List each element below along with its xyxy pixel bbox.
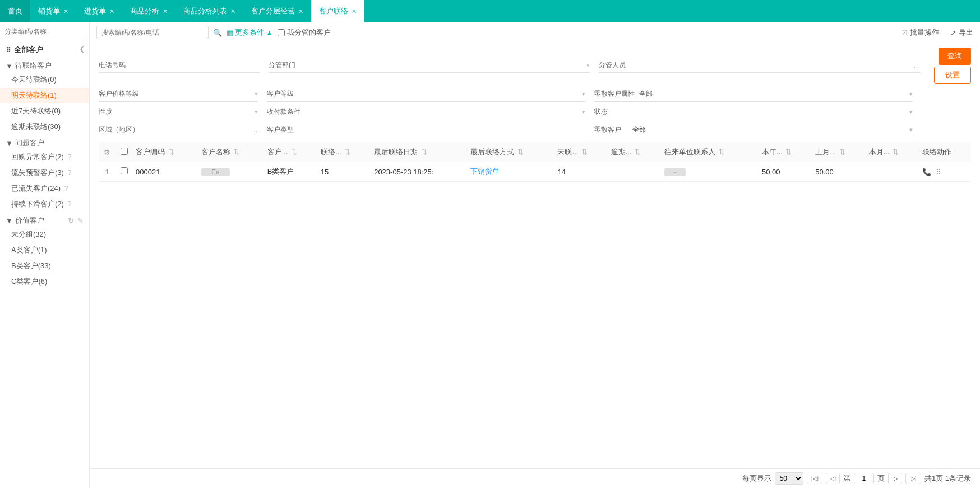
my-customers-check[interactable] (278, 29, 285, 36)
more-options-icon[interactable]: … (913, 61, 921, 70)
col-contacts-person: 往来单位联系人 ⇅ (661, 142, 759, 162)
sort-icon[interactable]: ⇅ (635, 148, 641, 156)
sidebar-item-declining[interactable]: 持续下滑客户(2) ? (0, 196, 89, 212)
settings-button[interactable]: 设置 (934, 67, 971, 84)
col-name: 客户名称 ⇅ (198, 142, 264, 162)
search-button[interactable]: 🔍 (213, 29, 222, 37)
grid-action-icon[interactable]: ⠿ (936, 168, 941, 176)
sidebar-group-pending[interactable]: ▼ 待联络客户 (0, 57, 89, 72)
sidebar-all-customers[interactable]: ⠿ 全部客户 《 (0, 40, 89, 57)
export-button[interactable]: ↗ 导出 (950, 27, 973, 38)
customer-table: ⚙ 客户编码 ⇅ 客户名称 ⇅ (99, 142, 971, 182)
more-conditions-btn[interactable]: ▦ 更多条件 ▲ (226, 27, 273, 38)
prev-page-btn[interactable]: ◁ (826, 473, 840, 484)
sort-icon[interactable]: ⇅ (168, 148, 174, 156)
sort-icon[interactable]: ⇅ (893, 148, 899, 156)
col-overdue: 逾期... ⇅ (608, 142, 661, 162)
footer-bar: 每页显示 50 20 100 |◁ ◁ 第 页 ▷ ▷| 共1页 1条记录 (90, 468, 980, 488)
phone-icon[interactable]: 📞 (922, 168, 931, 176)
nav-item-product-analysis-list[interactable]: 商品分析列表 ✕ (175, 0, 243, 22)
sidebar-item-tomorrow[interactable]: 明天待联络(1) (0, 88, 89, 103)
row-type: B类客户 (264, 162, 317, 182)
chevron-down-icon[interactable]: ▾ (909, 90, 913, 98)
next-page-btn[interactable]: ▷ (888, 473, 902, 484)
close-icon[interactable]: ✕ (63, 8, 68, 15)
chevron-down-icon[interactable]: ▾ (255, 108, 258, 116)
sidebar-group-value[interactable]: ▼ 价值客户 ↻ ✎ (0, 212, 89, 227)
col-last-month: 上月... ⇅ (812, 142, 865, 162)
chevron-down-icon[interactable]: ▾ (909, 108, 913, 116)
close-icon[interactable]: ✕ (298, 8, 303, 15)
sort-icon[interactable]: ⇅ (785, 148, 792, 156)
adv-filter-row-4: 区域（地区） … 客户类型 零散客户 全部 ▾ (99, 123, 971, 137)
col-this-year: 本年... ⇅ (759, 142, 812, 162)
person-input[interactable] (637, 62, 911, 70)
sort-icon[interactable]: ⇅ (581, 148, 588, 156)
nav-item-purchase[interactable]: 进货单 ✕ (76, 0, 122, 22)
sidebar-group-problem[interactable]: ▼ 问题客户 (0, 135, 89, 149)
collapse-icon[interactable]: 《 (76, 45, 84, 55)
first-page-btn[interactable]: |◁ (807, 473, 822, 484)
last-page-btn[interactable]: ▷| (905, 473, 921, 484)
sort-icon[interactable]: ⇅ (517, 148, 524, 156)
row-this-month (866, 162, 919, 182)
sidebar-search-input[interactable] (4, 27, 89, 35)
adv-filter-price-level: 客户价格等级 ▾ (99, 87, 258, 102)
nav-item-product-analysis[interactable]: 商品分析 ✕ (122, 0, 175, 22)
col-checkbox (115, 142, 132, 162)
chevron-down-icon[interactable]: ▾ (582, 90, 585, 98)
sort-icon[interactable]: ⇅ (839, 148, 845, 156)
chevron-down-icon[interactable]: ▾ (586, 62, 590, 69)
row-last-contact-date: 2023-05-23 18:25: (371, 162, 467, 182)
per-page-select[interactable]: 50 20 100 (775, 472, 803, 485)
close-icon[interactable]: ✕ (109, 8, 114, 15)
row-checkbox-cell (115, 162, 132, 182)
col-this-month: 本月... ⇅ (866, 142, 919, 162)
sidebar-item-class-a[interactable]: A类客户(1) (0, 242, 89, 258)
phone-input[interactable] (137, 62, 260, 70)
nav-item-sales[interactable]: 销货单 ✕ (30, 0, 76, 22)
row-overdue (608, 162, 661, 182)
edit-icon[interactable]: ✎ (77, 217, 84, 225)
close-icon[interactable]: ✕ (163, 8, 168, 15)
close-icon[interactable]: ✕ (230, 8, 235, 15)
batch-ops-btn[interactable]: ☑ 批量操作 (901, 27, 939, 38)
sidebar-item-lost[interactable]: 已流失客户(24) ? (0, 181, 89, 196)
sidebar-item-unclassified[interactable]: 未分组(32) (0, 227, 89, 242)
my-customers-checkbox[interactable]: 我分管的客户 (278, 27, 331, 38)
row-last-month: 50.00 (812, 162, 865, 182)
row-not-contacted: 14 (554, 162, 607, 182)
sidebar-item-7days[interactable]: 近7天待联络(0) (0, 103, 89, 119)
row-checkbox[interactable] (121, 167, 128, 174)
nav-item-customer-contact[interactable]: 客户联络 ✕ (311, 0, 364, 22)
sidebar-item-abnormal-repurchase[interactable]: 回购异常客户(2) ? (0, 149, 89, 165)
sidebar-item-overdue[interactable]: 逾期未联络(30) (0, 119, 89, 135)
more-options-icon[interactable]: … (251, 126, 258, 134)
sidebar-item-class-b[interactable]: B类客户(33) (0, 258, 89, 274)
settings-icon[interactable]: ⚙ (104, 148, 110, 156)
triangle-icon: ▼ (6, 62, 13, 70)
sort-icon[interactable]: ⇅ (719, 148, 725, 156)
sidebar-item-class-c[interactable]: C类客户(6) (0, 274, 89, 289)
nav-item-home[interactable]: 首页 (0, 0, 30, 22)
sidebar-item-lost-warning[interactable]: 流失预警客户(3) ? (0, 165, 89, 181)
page-input[interactable] (854, 473, 874, 484)
adv-filter-payment: 收付款条件 ▾ (267, 105, 585, 119)
refresh-icon[interactable]: ↻ (68, 217, 74, 225)
nav-item-customer-layering[interactable]: 客户分层经营 ✕ (243, 0, 311, 22)
search-input[interactable] (96, 26, 209, 39)
query-button[interactable]: 查询 (939, 48, 971, 65)
sidebar-item-today[interactable]: 今天待联络(0) (0, 72, 89, 88)
dept-input[interactable] (307, 62, 585, 70)
select-all-checkbox[interactable] (121, 148, 128, 155)
table-row: 1 000021 Ea B类客户 (99, 162, 971, 182)
sort-icon[interactable]: ⇅ (291, 148, 297, 156)
close-icon[interactable]: ✕ (352, 8, 357, 15)
sort-icon[interactable]: ⇅ (234, 148, 240, 156)
info-icon: ? (64, 184, 68, 192)
sort-icon[interactable]: ⇅ (421, 148, 427, 156)
chevron-down-icon[interactable]: ▾ (909, 126, 913, 133)
sort-icon[interactable]: ⇅ (344, 148, 350, 156)
chevron-down-icon[interactable]: ▾ (582, 108, 585, 116)
chevron-down-icon[interactable]: ▾ (255, 90, 258, 98)
